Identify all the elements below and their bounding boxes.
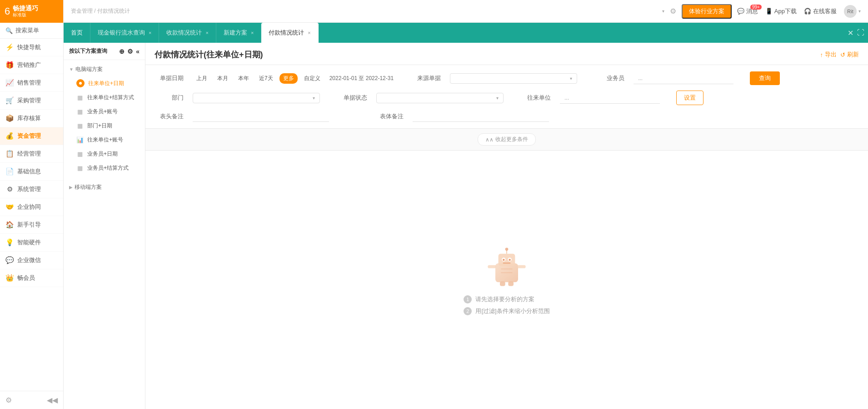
settings-button[interactable]: 设置 [676, 91, 703, 105]
header-note-input[interactable] [193, 111, 329, 122]
sidebar-item-weixin[interactable]: 💬 企业微信 [0, 252, 63, 269]
sidebar-item-inventory[interactable]: 📦 库存核算 [0, 110, 63, 127]
user-menu[interactable]: Rit ▾ [844, 5, 861, 18]
msg-button[interactable]: 💬 消息 99+ [737, 7, 758, 15]
sidebar-collapse-icon[interactable]: ◀◀ [47, 396, 58, 404]
scheme-item-salesman-account[interactable]: ▦ 业务员+账号 [64, 105, 145, 119]
sidebar-item-operation[interactable]: 📋 经营管理 [0, 145, 63, 163]
sidebar-item-marketing[interactable]: 🎁 营销推广 [0, 56, 63, 74]
tab-bank-flow-close[interactable]: × [149, 30, 151, 35]
filter-row-1: 单据日期 上月 本月 本年 近7天 更多 自定义 2022-01-01 至 20… [155, 71, 859, 85]
source-label: 来源单据 [412, 74, 441, 82]
scheme-item-counterpart-account[interactable]: 📊 往来单位+账号 [64, 133, 145, 147]
svg-rect-9 [488, 265, 496, 268]
sidebar-item-guide[interactable]: 🏠 新手引导 [0, 216, 63, 234]
tab-payment-stats-close[interactable]: × [308, 30, 310, 35]
source-select[interactable]: ▾ [450, 73, 577, 84]
counterpart-label: 往来单位 [522, 94, 551, 102]
sidebar-item-basic-info[interactable]: 📄 基础信息 [0, 163, 63, 181]
export-button[interactable]: ↑ 导出 [820, 50, 837, 59]
nav-close-all-icon[interactable]: ✕ [848, 29, 853, 37]
doc-status-select[interactable]: ▾ [376, 93, 504, 103]
this-year-opt[interactable]: 本年 [234, 73, 253, 84]
scheme-item-counterpart-settle[interactable]: ▦ 往来单位+结算方式 [64, 91, 145, 105]
sidebar-item-label: 新手引导 [17, 221, 41, 229]
desktop-scheme-group: ▼ 电脑端方案 往来单位+日期 ▦ 往来单位+结算方式 ▦ 业务员+账号 ▦ [64, 60, 145, 178]
last7days-opt[interactable]: 近7天 [255, 73, 277, 84]
collapse-conditions-btn[interactable]: ∧∧ 收起更多条件 [478, 133, 536, 146]
avatar-text: Rit [847, 9, 853, 14]
header-note-label: 表头备注 [155, 112, 184, 121]
scheme-table-icon: ▦ [76, 94, 84, 101]
sidebar-item-enterprise[interactable]: 🤝 企业协同 [0, 198, 63, 216]
nav-maximize-icon[interactable]: ⛶ [857, 29, 864, 37]
add-scheme-icon[interactable]: ⊕ [119, 48, 125, 55]
sidebar-item-purchase[interactable]: 🛒 采购管理 [0, 92, 63, 110]
sidebar-item-label: 库存核算 [17, 114, 41, 122]
scheme-item-label: 业务员+结算方式 [87, 164, 129, 172]
nav-tabs-actions: ✕ ⛶ [848, 29, 868, 37]
sidebar-item-quick-nav[interactable]: ⚡ 快捷导航 [0, 39, 63, 56]
collapse-scheme-icon[interactable]: « [136, 48, 140, 55]
breadcrumb-dropdown-icon[interactable]: ▾ [662, 9, 664, 14]
refresh-button[interactable]: ↺ 刷新 [840, 50, 859, 59]
scheme-item-counterpart-date[interactable]: 往来单位+日期 [64, 76, 145, 91]
svg-rect-11 [500, 282, 505, 286]
sidebar-item-label: 销售管理 [17, 79, 41, 87]
page-header: 付款情况统计(往来单位+日期) ↑ 导出 ↺ 刷新 [145, 43, 868, 65]
mobile-group-title[interactable]: ▶ 移动端方案 [64, 181, 145, 194]
collapse-bar[interactable]: ∧∧ 收起更多条件 [145, 129, 868, 151]
counterpart-placeholder: ... [564, 95, 655, 101]
empty-tip-1: 1 请先选择要分析的方案 [464, 295, 549, 303]
more-opt[interactable]: 更多 [279, 73, 298, 84]
online-service-button[interactable]: 🎧 在线客服 [804, 7, 837, 15]
sidebar-logo: 6 畅捷通巧 标准版 [0, 0, 63, 23]
service-label: 在线客服 [813, 7, 837, 15]
scheme-item-label: 部门+日期 [87, 122, 112, 130]
collapse-icon: ∧∧ [485, 136, 494, 143]
tab-new-scheme[interactable]: 新建方案 × [216, 23, 261, 43]
smart-hw-icon: 💡 [5, 238, 14, 247]
query-button[interactable]: 查询 [750, 71, 780, 85]
topbar-gear-icon[interactable]: ⚙ [670, 7, 676, 15]
counterpart-input[interactable]: ... [560, 92, 660, 104]
this-month-opt[interactable]: 本月 [214, 73, 232, 84]
sidebar-item-sales[interactable]: 📈 销售管理 [0, 74, 63, 92]
sidebar-item-system[interactable]: ⚙ 系统管理 [0, 181, 63, 198]
tab-home[interactable]: 首页 [64, 23, 90, 43]
scheme-item-dept-date[interactable]: ▦ 部门+日期 [64, 119, 145, 133]
body-note-input[interactable] [413, 111, 549, 122]
date-label: 单据日期 [155, 74, 184, 82]
app-download-button[interactable]: 📱 App下载 [765, 7, 797, 15]
sidebar-settings-icon[interactable]: ⚙ [5, 396, 12, 404]
tab-payment-stats[interactable]: 付款情况统计 × [261, 23, 318, 43]
tab-collection-stats[interactable]: 收款情况统计 × [159, 23, 216, 43]
settings-scheme-icon[interactable]: ⚙ [127, 48, 133, 55]
search-icon: 🔍 [5, 27, 13, 34]
tab-collection-stats-close[interactable]: × [205, 30, 208, 35]
svg-point-5 [509, 259, 511, 261]
tab-new-scheme-close[interactable]: × [251, 30, 254, 35]
scheme-item-label: 往来单位+账号 [87, 136, 123, 144]
sidebar-item-member[interactable]: 👑 畅会员 [0, 269, 63, 287]
sidebar-item-label: 快捷导航 [17, 43, 41, 51]
trial-btn[interactable]: 体验行业方案 [682, 4, 732, 19]
tip-num-2: 2 [464, 307, 472, 315]
enterprise-icon: 🤝 [5, 203, 14, 211]
system-icon: ⚙ [5, 185, 14, 193]
scheme-item-salesman-settle[interactable]: ▦ 业务员+结算方式 [64, 161, 145, 175]
page-actions: ↑ 导出 ↺ 刷新 [820, 50, 859, 59]
last-month-opt[interactable]: 上月 [193, 73, 211, 84]
tab-bank-flow[interactable]: 现金银行流水查询 × [90, 23, 159, 43]
sidebar-item-smart-hw[interactable]: 💡 智能硬件 [0, 234, 63, 252]
empty-tip-2: 2 用[过滤]条件来缩小分析范围 [464, 307, 549, 315]
search-menu[interactable]: 🔍 搜索菜单 [0, 23, 63, 39]
desktop-group-title[interactable]: ▼ 电脑端方案 [64, 63, 145, 76]
dept-select[interactable]: ▾ [193, 93, 320, 103]
scheme-item-salesman-date[interactable]: ▦ 业务员+日期 [64, 147, 145, 161]
custom-opt[interactable]: 自定义 [300, 73, 324, 84]
tab-home-label: 首页 [71, 29, 83, 37]
salesman-input[interactable]: ... [634, 73, 733, 84]
sidebar-item-finance[interactable]: 💰 资金管理 [0, 127, 63, 145]
logo-sub: 标准版 [13, 12, 38, 18]
